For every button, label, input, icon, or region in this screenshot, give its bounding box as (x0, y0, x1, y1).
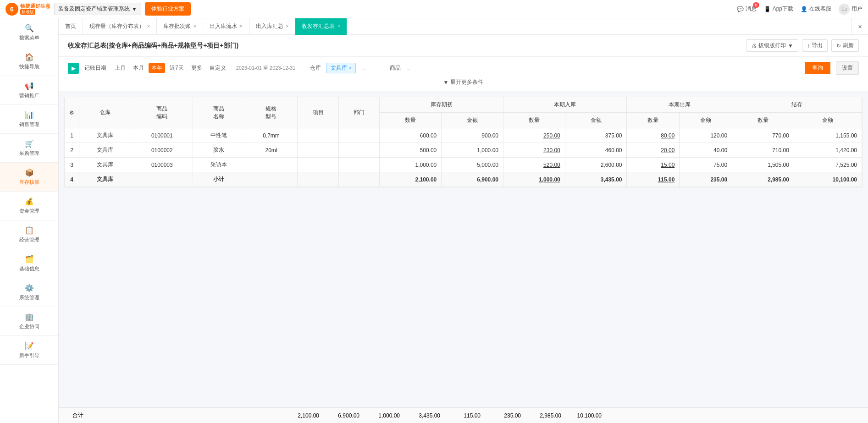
setting-button[interactable]: 设置 (836, 61, 859, 75)
cell-project (298, 128, 339, 143)
cell-goods-code: 0100001 (131, 128, 193, 143)
total-start-qty: 2,100.00 (283, 412, 324, 419)
messages-item[interactable]: 💬 消息 6 (737, 5, 757, 13)
date-btn-this-year[interactable]: 本年 (149, 63, 165, 73)
sidebar-item-basic-info[interactable]: 🗂️ 基础信息 (0, 249, 58, 278)
query-button[interactable]: 查询 (805, 62, 830, 74)
enterprise-icon: 🏢 (25, 313, 34, 321)
table-row: 2 文具库 0100002 胶水 20ml 500.00 1,000.00 23… (65, 143, 862, 158)
warehouse-tag-text: 文具库 (331, 64, 347, 72)
filter-expand-button[interactable]: ▶ (68, 63, 79, 74)
date-btn-custom[interactable]: 自定义 (207, 63, 229, 73)
top-bar-right: 💬 消息 6 📱 App下载 👤 在线客服 Ea 用户 (737, 4, 862, 15)
refresh-icon: ↻ (836, 43, 841, 49)
tab-bar: 首页 现存量（库存分布表） × 库存批次账 × 出入库流水 × 出入库汇总 × (59, 18, 868, 35)
sidebar-item-finance[interactable]: 💰 资金管理 (0, 192, 58, 220)
tab-inout-flow[interactable]: 出入库流水 × (203, 18, 249, 35)
in-qty-link[interactable]: 250.00 (543, 132, 560, 139)
sidebar-item-operation[interactable]: 📋 经营管理 (0, 220, 58, 249)
th-project: 项目 (298, 97, 339, 128)
home-icon: 🏠 (25, 53, 34, 61)
total-bal-qty: 2,985.00 (525, 412, 566, 419)
out-qty-link[interactable]: 15.00 (661, 162, 674, 168)
sidebar-item-system[interactable]: ⚙️ 系统管理 (0, 278, 58, 307)
goods-more[interactable]: ... (406, 65, 411, 71)
date-btn-more[interactable]: 更多 (188, 63, 205, 73)
cell-start-amt: 900.00 (442, 128, 503, 143)
user-icon-text: Ea (841, 6, 847, 11)
sidebar-item-label: 企业协同 (19, 323, 39, 330)
sidebar-item-enterprise[interactable]: 🏢 企业协同 (0, 307, 58, 336)
cell-in-qty: 1,000.00 (503, 172, 565, 187)
tab-close-icon[interactable]: × (286, 24, 289, 29)
cell-start-amt: 6,900.00 (442, 172, 503, 187)
refresh-label: 刷新 (843, 42, 854, 49)
tab-close-icon[interactable]: × (337, 24, 340, 29)
cell-index: 1 (65, 128, 79, 143)
tab-home[interactable]: 首页 (59, 18, 83, 35)
filter-row-1: ▶ 记账日期 上月 本月 本年 近7天 更多 自定义 2023-01-01 至 … (68, 61, 859, 75)
tab-inventory-dist[interactable]: 现存量（库存分布表） × (83, 18, 157, 35)
refresh-button[interactable]: ↻ 刷新 (831, 39, 859, 52)
cell-out-amt: 75.00 (680, 158, 732, 172)
tab-close-icon[interactable]: × (240, 24, 243, 29)
tab-inout-flow-label: 出入库流水 (210, 22, 237, 30)
total-in-qty: 1,000.00 (364, 412, 404, 419)
cell-warehouse: 文具库 (79, 172, 131, 187)
tab-batch-ledger[interactable]: 库存批次账 × (157, 18, 203, 35)
sidebar-item-newbie[interactable]: 📝 新手引导 (0, 336, 58, 365)
app-download-item[interactable]: 📱 App下载 (764, 5, 793, 13)
in-qty-link[interactable]: 230.00 (543, 147, 560, 154)
tab-inout-summary[interactable]: 出入库汇总 × (249, 18, 296, 35)
sidebar-item-inventory[interactable]: 📦 库存核算 (0, 163, 58, 192)
date-btn-this-month[interactable]: 本月 (130, 63, 147, 73)
user-label: 用户 (851, 5, 862, 13)
sidebar-item-label: 系统管理 (19, 294, 39, 301)
message-icon: 💬 (737, 6, 744, 12)
tab-bar-close-button[interactable]: × (851, 18, 868, 35)
avatar: Ea (839, 4, 850, 15)
th-period-in: 本期入库 (503, 97, 627, 113)
total-in-amt: 3,435.00 (404, 412, 445, 419)
gear-icon[interactable]: ⚙ (69, 110, 74, 116)
print-label: 拔锁版打印 (758, 42, 786, 49)
out-qty-link[interactable]: 80.00 (661, 132, 674, 139)
chevron-down-icon: ▼ (788, 43, 793, 49)
in-qty-link[interactable]: 1,000.00 (539, 176, 560, 183)
export-button[interactable]: ↑ 导出 (802, 39, 828, 52)
sidebar-item-marketing[interactable]: 📢 营销推广 (0, 76, 58, 105)
app-selector[interactable]: 装备及固定资产辅助管理系统 ▼ (54, 3, 141, 15)
online-service-item[interactable]: 👤 在线客服 (801, 5, 831, 13)
expand-more-conditions[interactable]: ▼ 展开更多条件 (443, 78, 484, 86)
out-qty-link[interactable]: 20.00 (661, 147, 674, 154)
cell-goods-name: 胶水 (193, 143, 245, 158)
sidebar-item-label: 基础信息 (19, 265, 39, 272)
cell-bal-amt: 7,525.00 (794, 158, 862, 172)
cell-warehouse: 文具库 (79, 128, 131, 143)
tab-close-icon[interactable]: × (194, 24, 196, 29)
th-out-qty: 数量 (627, 113, 680, 128)
sidebar-item-search[interactable]: 🔍 搜索菜单 (0, 18, 58, 47)
sidebar-item-purchase[interactable]: 🛒 采购管理 (0, 134, 58, 163)
sidebar-item-label: 库存核算 (19, 179, 39, 186)
print-button[interactable]: 🖨 拔锁版打印 ▼ (746, 39, 798, 52)
page-content: 收发存汇总表(按仓库+商品编码+商品+规格型号+项目+部门) 🖨 拔锁版打印 ▼… (59, 35, 868, 423)
tab-close-icon[interactable]: × (147, 24, 150, 29)
experience-button[interactable]: 体验行业方案 (145, 2, 191, 16)
date-btn-7days[interactable]: 近7天 (167, 63, 187, 73)
total-start-amt: 6,900.00 (324, 412, 364, 419)
cell-goods-name: 中性笔 (193, 128, 245, 143)
user-item[interactable]: Ea 用户 (839, 4, 862, 15)
date-btn-last-month[interactable]: 上月 (112, 63, 128, 73)
warehouse-tag-close[interactable]: × (349, 66, 352, 71)
in-qty-link[interactable]: 520.00 (543, 162, 560, 168)
th-in-amt: 金额 (565, 113, 627, 128)
tab-receive-summary[interactable]: 收发存汇总表 × (295, 18, 347, 35)
th-department: 部门 (338, 97, 380, 128)
cell-bal-qty: 770.00 (732, 128, 794, 143)
out-qty-link[interactable]: 115.00 (658, 176, 675, 183)
sidebar-item-quick-nav[interactable]: 🏠 快捷导航 (0, 47, 58, 76)
sidebar-item-sales[interactable]: 📊 销售管理 (0, 105, 58, 134)
warehouse-more[interactable]: ... (361, 65, 366, 71)
system-icon: ⚙️ (25, 284, 34, 292)
